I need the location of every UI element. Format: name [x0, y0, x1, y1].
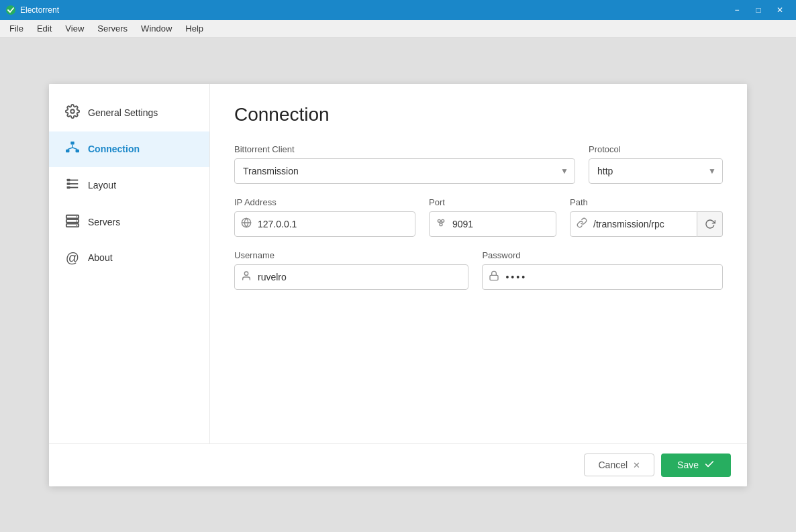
- minimize-button[interactable]: −: [726, 0, 748, 20]
- sidebar: General Settings C: [49, 84, 210, 443]
- save-button[interactable]: Save: [661, 454, 731, 477]
- bittorrent-client-select[interactable]: Transmission qBittorrent Deluge uTorrent…: [234, 158, 575, 184]
- port-input-wrapper: [429, 211, 556, 237]
- sidebar-item-general-settings[interactable]: General Settings: [49, 95, 209, 131]
- port-label: Port: [429, 197, 556, 207]
- port-input[interactable]: [429, 211, 556, 237]
- sidebar-item-about[interactable]: @ About: [49, 241, 209, 275]
- cancel-label: Cancel: [598, 460, 628, 470]
- svg-rect-2: [70, 141, 74, 144]
- svg-point-17: [77, 216, 78, 217]
- ip-address-label: IP Address: [234, 197, 415, 207]
- titlebar: Electorrent − □ ✕: [0, 0, 796, 20]
- username-group: Username: [234, 250, 468, 290]
- cancel-x-icon: ✕: [633, 460, 640, 470]
- password-input[interactable]: [482, 264, 723, 290]
- svg-rect-12: [67, 182, 70, 185]
- username-input[interactable]: [234, 264, 468, 290]
- svg-line-6: [68, 148, 72, 150]
- form-row-ip-port-path: IP Address: [234, 197, 723, 237]
- titlebar-left: Electorrent: [5, 5, 59, 15]
- svg-rect-13: [67, 186, 70, 189]
- close-button[interactable]: ✕: [769, 0, 791, 20]
- path-group: Path: [570, 197, 723, 237]
- general-settings-label: General Settings: [88, 107, 158, 118]
- menu-servers[interactable]: Servers: [91, 20, 134, 37]
- svg-rect-3: [66, 149, 69, 152]
- save-label: Save: [677, 460, 699, 470]
- content-area: Connection Bittorrent Client Transmissio…: [210, 84, 747, 443]
- protocol-label: Protocol: [589, 144, 723, 154]
- menu-view[interactable]: View: [58, 20, 91, 37]
- servers-icon: [65, 213, 80, 231]
- svg-point-18: [77, 220, 78, 221]
- dialog: General Settings C: [49, 84, 747, 486]
- dialog-body: General Settings C: [49, 84, 747, 443]
- form-row-credentials: Username Password: [234, 250, 723, 290]
- password-input-wrapper: [482, 264, 723, 290]
- bittorrent-client-label: Bittorrent Client: [234, 144, 575, 154]
- port-group: Port: [429, 197, 556, 237]
- ip-address-input[interactable]: [234, 211, 415, 237]
- servers-label: Servers: [88, 217, 120, 227]
- main-content: General Settings C: [0, 38, 796, 532]
- connection-icon: [65, 141, 80, 158]
- dialog-footer: Cancel ✕ Save: [49, 443, 747, 486]
- menubar: File Edit View Servers Window Help: [0, 20, 796, 38]
- cancel-button[interactable]: Cancel ✕: [584, 454, 654, 476]
- protocol-select[interactable]: http https: [589, 158, 723, 184]
- password-label: Password: [482, 250, 723, 260]
- path-input-wrapper: [570, 211, 723, 237]
- layout-label: Layout: [88, 180, 116, 191]
- checkmark-icon: [704, 459, 715, 472]
- bittorrent-client-wrapper: Transmission qBittorrent Deluge uTorrent…: [234, 158, 575, 184]
- layout-icon: [65, 176, 80, 195]
- menu-help[interactable]: Help: [179, 20, 210, 37]
- password-group: Password: [482, 250, 723, 290]
- form-row-client-protocol: Bittorrent Client Transmission qBittorre…: [234, 144, 723, 184]
- menu-file[interactable]: File: [3, 20, 30, 37]
- refresh-icon: [705, 219, 715, 229]
- svg-rect-11: [67, 178, 70, 181]
- sidebar-item-layout[interactable]: Layout: [49, 167, 209, 204]
- protocol-wrapper: http https ▼: [589, 158, 723, 184]
- about-label: About: [88, 252, 113, 263]
- username-input-wrapper: [234, 264, 468, 290]
- svg-rect-4: [76, 149, 79, 152]
- menu-edit[interactable]: Edit: [30, 20, 58, 37]
- menu-window[interactable]: Window: [134, 20, 179, 37]
- path-input[interactable]: [570, 211, 697, 237]
- ip-address-group: IP Address: [234, 197, 415, 237]
- refresh-button[interactable]: [697, 211, 723, 237]
- svg-point-19: [77, 224, 78, 225]
- maximize-button[interactable]: □: [748, 0, 769, 20]
- at-icon: @: [65, 250, 80, 266]
- bittorrent-client-group: Bittorrent Client Transmission qBittorre…: [234, 144, 575, 184]
- sidebar-item-connection[interactable]: Connection: [49, 131, 209, 167]
- gear-icon: [65, 104, 80, 122]
- titlebar-controls: − □ ✕: [726, 0, 791, 20]
- app-title: Electorrent: [20, 5, 59, 15]
- ip-address-input-wrapper: [234, 211, 415, 237]
- app-icon: [5, 5, 16, 15]
- path-input-inner: [570, 211, 697, 237]
- svg-line-7: [72, 148, 77, 150]
- connection-label: Connection: [88, 144, 140, 154]
- page-title: Connection: [234, 104, 723, 125]
- protocol-group: Protocol http https ▼: [589, 144, 723, 184]
- svg-point-1: [70, 109, 74, 113]
- sidebar-item-servers[interactable]: Servers: [49, 204, 209, 241]
- username-label: Username: [234, 250, 468, 260]
- path-label: Path: [570, 197, 723, 207]
